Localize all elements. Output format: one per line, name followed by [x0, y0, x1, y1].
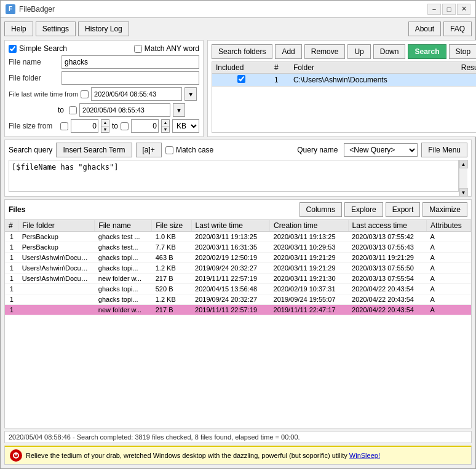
app-title: FileBadger [19, 5, 55, 14]
file-size-from-input[interactable] [71, 119, 98, 133]
table-row[interactable]: 1 Users\Ashwin\Documents new folder w...… [5, 274, 471, 284]
file-attrs: A [427, 294, 471, 305]
last-write-from-input[interactable] [91, 87, 182, 101]
minimize-button[interactable]: − [427, 4, 441, 15]
status-text: 2020/05/04 08:58:46 - Search completed: … [9, 433, 300, 441]
file-folder [18, 305, 95, 315]
file-name: ghacks topi... [95, 294, 152, 305]
title-bar: F FileBadger − □ ✕ [1, 1, 475, 18]
file-creation: 2020/03/11 19:21:29 [270, 263, 348, 274]
files-table-wrap: # File folder File name File size Last w… [5, 220, 471, 428]
query-scrollbar[interactable]: ▲ ▼ [459, 160, 467, 197]
file-size-to-checkbox[interactable] [121, 122, 129, 130]
spinner-down[interactable]: ▼ [101, 127, 109, 133]
file-folder [18, 284, 95, 294]
query-section: Search query Insert Search Term [a]+ Mat… [4, 140, 472, 197]
file-size: 1.2 KB [152, 294, 191, 305]
table-row[interactable]: 1 new folder w... 217 B 2019/11/11 22:57… [5, 305, 471, 315]
maximize-button[interactable]: □ [442, 4, 456, 15]
spinner-up2[interactable]: ▲ [162, 120, 169, 127]
file-name-input[interactable] [61, 55, 199, 69]
explore-button[interactable]: Explore [344, 202, 383, 217]
ad-link[interactable]: WinSleep! [349, 452, 380, 459]
last-write-to-checkbox[interactable] [69, 106, 77, 114]
last-write-from-picker[interactable]: ▼ [184, 87, 197, 101]
power-icon [10, 449, 22, 462]
folder-included-cell[interactable] [212, 74, 271, 87]
status-bar: 2020/05/04 08:58:46 - Search completed: … [4, 431, 472, 443]
table-row[interactable]: 1 ghacks topi... 1.2 KB 2019/09/24 20:32… [5, 294, 471, 305]
file-size: 1.0 KB [152, 232, 191, 242]
settings-button[interactable]: Settings [36, 22, 76, 36]
file-last-write: 2020/02/19 12:50:19 [191, 253, 269, 263]
query-name-select[interactable]: <New Query> [344, 143, 418, 157]
match-case-label[interactable]: Match case [165, 146, 213, 154]
search-folders-button[interactable]: Search folders [212, 44, 272, 59]
folder-results-cell: 8 [458, 74, 476, 87]
query-textarea[interactable]: [$fileName has "ghacks"] [9, 160, 459, 192]
last-write-to-picker[interactable]: ▼ [173, 103, 185, 117]
table-row[interactable]: 1 ghacks topi... 520 B 2020/04/15 13:56:… [5, 284, 471, 294]
down-folder-button[interactable]: Down [373, 44, 406, 59]
file-size-from-spinner[interactable]: ▲ ▼ [101, 119, 109, 133]
file-folder-row: File folder [9, 71, 199, 85]
close-button[interactable]: ✕ [457, 4, 470, 15]
last-write-to-input[interactable] [79, 103, 170, 117]
spinner-down2[interactable]: ▼ [162, 127, 169, 133]
search-button[interactable]: Search [408, 44, 446, 59]
file-last-write: 2019/09/24 20:32:27 [191, 263, 269, 274]
file-creation: 2019/11/11 22:47:17 [270, 305, 348, 315]
query-text-area-wrapper: [$fileName has "ghacks"] ▲ ▼ [9, 160, 467, 194]
insert-search-term-button[interactable]: Insert Search Term [56, 143, 132, 157]
about-button[interactable]: About [408, 22, 441, 36]
simple-search-checkbox-label[interactable]: Simple Search [9, 44, 67, 53]
match-any-word-label[interactable]: Match ANY word [134, 44, 199, 53]
add-folder-button[interactable]: Add [275, 44, 301, 59]
files-title: Files [9, 205, 25, 214]
folder-table-body: 1 C:\Users\Ashwin\Documents 8 [212, 74, 476, 87]
file-attrs: A [427, 305, 471, 315]
file-menu-button[interactable]: File Menu [421, 143, 467, 157]
file-num: 1 [5, 242, 18, 253]
title-bar-left: F FileBadger [6, 4, 55, 14]
file-access: 2020/03/13 07:55:50 [348, 263, 426, 274]
faq-button[interactable]: FAQ [443, 22, 472, 36]
file-size-to-label: to [112, 122, 118, 130]
export-button[interactable]: Export [386, 202, 421, 217]
folder-table-row[interactable]: 1 C:\Users\Ashwin\Documents 8 [212, 74, 476, 87]
file-name: ghacks test... [95, 242, 152, 253]
regex-button[interactable]: [a]+ [136, 143, 162, 157]
table-row[interactable]: 1 Users\Ashwin\Documents ghacks topi... … [5, 263, 471, 274]
remove-folder-button[interactable]: Remove [304, 44, 346, 59]
file-attrs: A [427, 242, 471, 253]
simple-search-checkbox[interactable] [9, 45, 17, 53]
match-case-checkbox[interactable] [165, 146, 173, 154]
table-row[interactable]: 1 PersBackup ghacks test... 7.7 KB 2020/… [5, 242, 471, 253]
scroll-up-btn[interactable]: ▲ [459, 160, 468, 168]
file-size-unit-select[interactable]: KB MB GB B [172, 119, 199, 133]
maximize-files-button[interactable]: Maximize [422, 202, 467, 217]
file-size-to-spinner[interactable]: ▲ ▼ [161, 119, 170, 133]
stop-button[interactable]: Stop [449, 44, 477, 59]
up-folder-button[interactable]: Up [347, 44, 370, 59]
included-header: Included [212, 62, 271, 74]
history-log-button[interactable]: History Log [78, 22, 129, 36]
folder-included-checkbox[interactable] [237, 75, 245, 83]
file-folder: PersBackup [18, 232, 95, 242]
file-size-to-input[interactable] [131, 119, 159, 133]
last-write-from-label: File last write time from [9, 90, 78, 98]
ad-bar: Relieve the tedium of your drab, wretche… [4, 446, 472, 465]
file-size-from-checkbox[interactable] [60, 122, 68, 130]
help-button[interactable]: Help [4, 22, 33, 36]
table-row[interactable]: 1 Users\Ashwin\Documents ghacks topi... … [5, 253, 471, 263]
results-header: Results [458, 62, 476, 74]
last-write-from-checkbox[interactable] [81, 90, 89, 98]
table-row[interactable]: 1 PersBackup ghacks test ... 1.0 KB 2020… [5, 232, 471, 242]
file-folder-input[interactable] [61, 71, 199, 85]
scroll-down-btn[interactable]: ▼ [459, 188, 468, 197]
col-size: File size [152, 220, 191, 232]
match-any-word-checkbox[interactable] [134, 45, 142, 53]
columns-button[interactable]: Columns [299, 202, 342, 217]
last-write-to-label: to [58, 106, 64, 114]
spinner-up[interactable]: ▲ [101, 120, 109, 127]
